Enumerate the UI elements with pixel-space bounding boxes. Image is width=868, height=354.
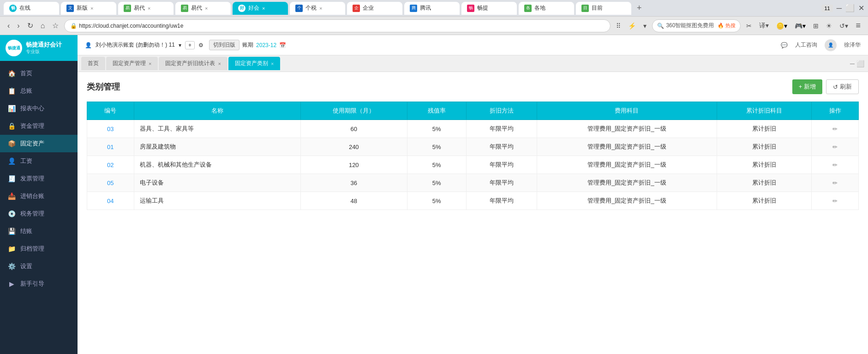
tab-close-5[interactable]: × xyxy=(319,6,322,11)
browser-chrome: 畅 在线 文 新版 × 易 易代 × 易 易代 × 好 好会 × 个 个税 × … xyxy=(0,0,868,17)
url-bar[interactable]: 🔒 https://cloud.chanjet.com/accounting/u… xyxy=(64,19,611,32)
sidebar-item-payroll[interactable]: 👤 工资 xyxy=(0,152,78,170)
sidebar-item-inventory[interactable]: 📥 进销台账 xyxy=(0,187,78,205)
tab-asset-mgmt-close[interactable]: × xyxy=(149,61,151,66)
sidebar-item-guide[interactable]: ▶ 新手引导 xyxy=(0,275,78,293)
tab-asset-category-close[interactable]: × xyxy=(271,61,274,66)
edit-icon[interactable]: ✏ xyxy=(832,144,838,150)
logo-text-block: 畅捷通好会计 专业版 xyxy=(26,41,62,55)
tab-close-2[interactable]: × xyxy=(90,6,93,11)
inventory-icon: 📥 xyxy=(7,192,16,200)
browser-tab-10[interactable]: 目 目前 xyxy=(576,2,631,15)
cell-action[interactable]: ✏ xyxy=(812,156,859,174)
refresh-btn[interactable]: ↺ 刷新 xyxy=(826,79,859,94)
cell-action[interactable]: ✏ xyxy=(812,174,859,192)
guide-icon: ▶ xyxy=(7,280,16,288)
content-area: 类别管理 + 新增 ↺ 刷新 编号 名称 xyxy=(78,72,868,217)
address-bar: ‹ › ↻ ⌂ ☆ 🔒 https://cloud.chanjet.com/ac… xyxy=(0,17,868,35)
browser-tab-3[interactable]: 易 易代 × xyxy=(118,2,174,15)
sun-icon[interactable]: ☀ xyxy=(824,20,834,31)
cell-residual: 5% xyxy=(407,156,466,174)
sidebar-item-tax[interactable]: 💿 税务管理 xyxy=(0,205,78,222)
browser-tab-9[interactable]: 各 各地 xyxy=(519,2,574,15)
grid-icon[interactable]: ⊞ xyxy=(811,20,820,31)
home-btn[interactable]: ⌂ xyxy=(39,20,47,32)
switch-version-btn[interactable]: 切到旧版 xyxy=(209,40,239,50)
tab-close-4[interactable]: × xyxy=(205,6,208,11)
coin-icon[interactable]: 🪙▾ xyxy=(774,20,789,31)
tab-expand-icon[interactable]: ⬜ xyxy=(856,60,864,67)
search-bar[interactable]: 🔍 360智能抠图免费用 🔥 热搜 xyxy=(652,19,741,32)
closing-icon: 💾 xyxy=(7,227,16,235)
edit-icon[interactable]: ✏ xyxy=(832,126,838,132)
dropdown-btn[interactable]: ▾ xyxy=(641,20,648,31)
cell-action[interactable]: ✏ xyxy=(812,120,859,138)
edit-icon[interactable]: ✏ xyxy=(832,180,838,186)
new-tab-btn[interactable]: + xyxy=(633,1,646,15)
game-icon[interactable]: 🎮▾ xyxy=(793,20,808,31)
boost-btn[interactable]: ⚡ xyxy=(626,20,638,31)
consult-label[interactable]: 人工咨询 xyxy=(795,41,817,49)
tab-asset-category-label: 固定资产类别 xyxy=(235,60,268,67)
tab-depreciation[interactable]: 固定资产折旧统计表 × xyxy=(159,57,227,70)
forward-btn[interactable]: › xyxy=(15,20,21,32)
edit-icon[interactable]: ✏ xyxy=(832,198,838,204)
sidebar-item-funds[interactable]: 🔒 资金管理 xyxy=(0,117,78,135)
close-window-btn[interactable]: ✕ xyxy=(858,4,864,12)
minimize-btn[interactable]: ─ xyxy=(837,4,842,12)
translate-icon[interactable]: 译▾ xyxy=(757,20,771,32)
sidebar-item-archive[interactable]: 📁 归档管理 xyxy=(0,240,78,258)
tab-minimize-icon[interactable]: ─ xyxy=(850,60,855,67)
header-actions: + 新增 ↺ 刷新 xyxy=(792,79,859,94)
sidebar-item-closing[interactable]: 💾 结账 xyxy=(0,222,78,240)
cell-action[interactable]: ✏ xyxy=(812,138,859,156)
maximize-btn[interactable]: ⬜ xyxy=(845,4,855,12)
sidebar-item-reports[interactable]: 📊 报表中心 xyxy=(0,100,78,117)
sidebar-item-invoice[interactable]: 🧾 发票管理 xyxy=(0,170,78,187)
reload-btn[interactable]: ↻ xyxy=(25,19,35,32)
browser-tab-7[interactable]: 腾 腾讯 xyxy=(404,2,460,15)
sidebar: 畅捷通 畅捷通好会计 专业版 🏠 首页 📋 总账 📊 报表中心 🔒 资金 xyxy=(0,35,78,354)
cell-name: 电子设备 xyxy=(134,174,300,192)
edit-icon[interactable]: ✏ xyxy=(832,162,838,168)
cut-icon[interactable]: ✂ xyxy=(744,20,754,31)
bookmark-btn[interactable]: ☆ xyxy=(50,19,60,32)
tab-close-3[interactable]: × xyxy=(148,6,150,11)
top-right: 💬 人工咨询 👤 徐泽华 xyxy=(781,39,861,51)
sidebar-item-settings[interactable]: ⚙️ 设置 xyxy=(0,258,78,275)
sidebar-item-general[interactable]: 📋 总账 xyxy=(0,82,78,100)
undo-icon[interactable]: ↺▾ xyxy=(838,20,850,31)
tab-home[interactable]: 首页 xyxy=(81,57,105,70)
browser-tab-8[interactable]: 畅 畅提 xyxy=(461,2,517,15)
refresh-label: 刷新 xyxy=(840,83,852,91)
back-btn[interactable]: ‹ xyxy=(6,20,12,32)
archive-icon: 📁 xyxy=(7,245,16,253)
sidebar-item-home[interactable]: 🏠 首页 xyxy=(0,65,78,82)
browser-tab-2[interactable]: 文 新版 × xyxy=(61,2,116,15)
add-btn[interactable]: + 新增 xyxy=(792,79,822,94)
plus-btn[interactable]: + xyxy=(185,41,195,49)
tab-asset-category[interactable]: 固定资产类别 × xyxy=(228,57,280,70)
page-header: 类别管理 + 新增 ↺ 刷新 xyxy=(87,79,859,94)
tab-close-active[interactable]: × xyxy=(262,6,265,11)
tab-depreciation-close[interactable]: × xyxy=(218,61,221,66)
cell-residual: 5% xyxy=(407,192,466,210)
browser-tab-5[interactable]: 个 个税 × xyxy=(290,2,345,15)
menu-icon[interactable]: ≡ xyxy=(854,19,862,32)
cell-period: 60 xyxy=(300,120,407,138)
cell-action[interactable]: ✏ xyxy=(812,192,859,210)
browser-tab-4[interactable]: 易 易代 × xyxy=(175,2,231,15)
sidebar-logo: 畅捷通 畅捷通好会计 专业版 xyxy=(0,35,78,61)
browser-tab-6[interactable]: 企 企业 xyxy=(347,2,402,15)
browser-tab-active[interactable]: 好 好会 × xyxy=(233,2,288,15)
sidebar-item-assets[interactable]: 📦 固定资产 xyxy=(0,135,78,152)
extensions-btn[interactable]: ⠿ xyxy=(614,20,623,31)
tab-asset-mgmt-label: 固定资产管理 xyxy=(113,60,146,67)
dropdown-arrow[interactable]: ▾ xyxy=(179,42,181,48)
browser-tab-1[interactable]: 畅 在线 xyxy=(4,2,59,15)
settings-btn[interactable]: ⚙ xyxy=(198,42,204,48)
calendar-icon[interactable]: 📅 xyxy=(279,42,286,48)
tab-asset-mgmt[interactable]: 固定资产管理 × xyxy=(106,57,158,70)
sidebar-label-closing: 结账 xyxy=(20,227,32,235)
hot-label: 🔥 热搜 xyxy=(718,22,736,29)
